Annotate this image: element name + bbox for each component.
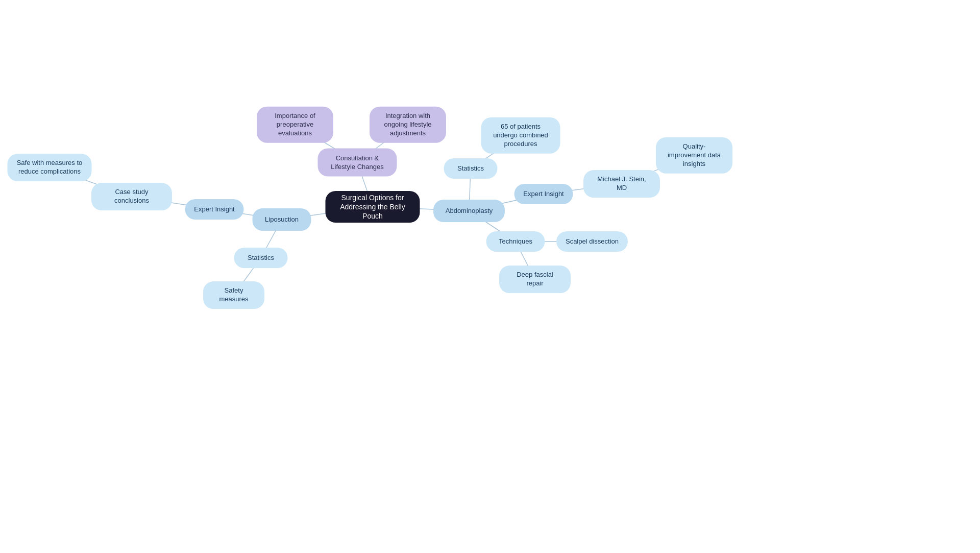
- node-statistics-abdo[interactable]: Statistics: [444, 158, 498, 179]
- node-liposuction[interactable]: Liposuction: [253, 208, 311, 231]
- node-expert-abdo[interactable]: Expert Insight: [514, 184, 573, 204]
- node-scalpel[interactable]: Scalpel dissection: [556, 231, 628, 252]
- node-preoperative[interactable]: Importance of preoperative evaluations: [257, 107, 333, 143]
- node-integration[interactable]: Integration with ongoing lifestyle adjus…: [370, 107, 446, 143]
- node-quality[interactable]: Quality-improvement data insights: [656, 137, 732, 174]
- node-techniques[interactable]: Techniques: [486, 231, 545, 252]
- node-safety[interactable]: Safety measures: [203, 281, 264, 309]
- node-abdominoplasty[interactable]: Abdominoplasty: [433, 200, 505, 222]
- node-michael[interactable]: Michael J. Stein, MD: [583, 170, 660, 198]
- node-center[interactable]: Surgical Options for Addressing the Bell…: [326, 191, 420, 223]
- node-statistics-lipo[interactable]: Statistics: [234, 248, 288, 268]
- node-expert-lipo[interactable]: Expert Insight: [185, 199, 244, 220]
- node-consultation[interactable]: Consultation & Lifestyle Changes: [318, 149, 397, 177]
- node-combined[interactable]: 65 of patients undergo combined procedur…: [481, 117, 560, 154]
- connections-svg: [0, 0, 980, 553]
- node-case-study[interactable]: Case study conclusions: [91, 183, 172, 210]
- mindmap-canvas: Surgical Options for Addressing the Bell…: [0, 0, 980, 553]
- node-safe-measures[interactable]: Safe with measures to reduce complicatio…: [8, 154, 92, 181]
- node-deep-fascial[interactable]: Deep fascial repair: [499, 266, 571, 293]
